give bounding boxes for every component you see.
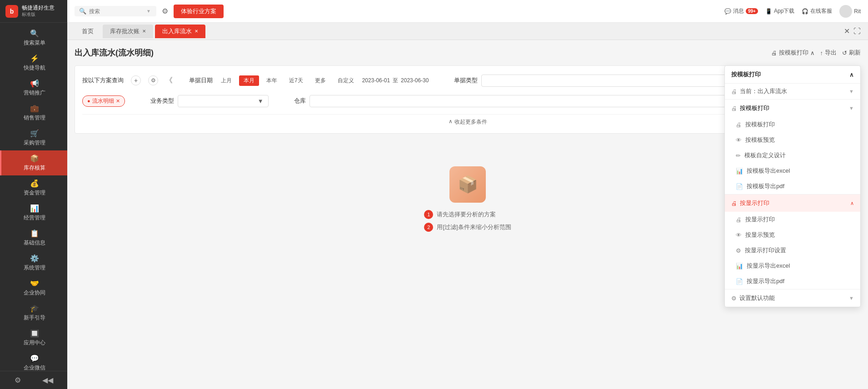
- print-template-button[interactable]: 🖨 按模板打印 ∧: [771, 49, 815, 57]
- print-icon: 🖨: [736, 216, 742, 223]
- template-print-items: 🖨 按模板打印 👁 按模板预览 ✏ 模板自定义设计 📊 按模板导出excel: [725, 117, 860, 194]
- sidebar-item-wechat[interactable]: 💬 企业微信: [0, 350, 67, 371]
- sidebar-item-finance[interactable]: 💰 资金管理: [0, 175, 67, 200]
- chevron-down-icon: ▼: [849, 295, 854, 301]
- topbar-right-actions: 💬 消息 99+ 📱 App下载 🎧 在线客服 Rit: [724, 5, 861, 18]
- app-download-label: App下载: [774, 7, 794, 15]
- topbar: 🔍 ▼ ⚙ 体验行业方案 💬 消息 99+ 📱 App下载 🎧 在线客服 R: [67, 0, 868, 23]
- flow-detail-tab-close[interactable]: ✕: [195, 29, 198, 34]
- sidebar-item-app-center[interactable]: 🔲 应用中心: [0, 325, 67, 350]
- maximize-button[interactable]: ⛶: [853, 27, 861, 35]
- template-export-pdf-item[interactable]: 📄 按模板导出pdf: [725, 179, 860, 194]
- template-export-pdf-label: 按模板导出pdf: [747, 182, 784, 190]
- excel-icon: 📊: [736, 263, 743, 269]
- topbar-gear-icon[interactable]: ⚙: [162, 7, 168, 15]
- print-dropdown-panel: 按模板打印 ∧ 🖨 当前：出入库流水 ▼ 🖨 按模板打印 ▼: [724, 65, 861, 307]
- refresh-label: 刷新: [849, 49, 861, 57]
- date-tag-7days[interactable]: 近7天: [284, 75, 308, 86]
- sidebar-item-purchase[interactable]: 🛒 采购管理: [0, 125, 67, 150]
- template-print-header[interactable]: 🖨 按模板打印 ▼: [725, 100, 860, 117]
- home-tab-label: 首页: [82, 27, 94, 35]
- tab-batch-account[interactable]: 库存批次账 ✕: [103, 25, 153, 38]
- industry-solution-button[interactable]: 体验行业方案: [174, 5, 224, 18]
- display-print-label: 按显示打印: [745, 215, 775, 224]
- refresh-button[interactable]: ↺ 刷新: [842, 49, 861, 57]
- business-type-select[interactable]: ▼: [178, 95, 269, 107]
- sidebar-item-label: 快捷导航: [24, 64, 45, 72]
- template-export-excel-item[interactable]: 📊 按模板导出excel: [725, 163, 860, 179]
- filter-settings-button[interactable]: ⚙: [148, 75, 158, 85]
- tab-flow-detail[interactable]: 出入库流水 ✕: [155, 25, 205, 38]
- finance-icon: 💰: [30, 179, 39, 188]
- add-filter-button[interactable]: +: [131, 75, 141, 85]
- dropdown-footer[interactable]: ⚙ 设置默认功能 ▼: [725, 289, 860, 307]
- sidebar-item-cooperation[interactable]: 🤝 企业协同: [0, 275, 67, 300]
- cooperation-icon: 🤝: [30, 279, 39, 288]
- template-print-item-label: 按模板打印: [745, 120, 775, 129]
- tab-home[interactable]: 首页: [75, 25, 101, 38]
- sidebar-item-sales[interactable]: 💼 销售管理: [0, 100, 67, 125]
- sidebar-item-label: 搜索菜单: [24, 39, 45, 47]
- download-icon: 📱: [765, 8, 772, 15]
- sidebar-item-operations[interactable]: 📊 经营管理: [0, 200, 67, 225]
- chevron-down-icon: ▼: [258, 98, 264, 105]
- close-all-tabs-button[interactable]: ✕: [844, 27, 850, 35]
- date-tag-last-month[interactable]: 上月: [216, 75, 236, 86]
- inventory-icon: 📦: [30, 154, 39, 163]
- app-download-button[interactable]: 📱 App下载: [765, 7, 794, 15]
- sidebar-item-label: 企业微信: [24, 364, 45, 371]
- system-icon: ⚙️: [30, 254, 39, 263]
- sidebar-item-search[interactable]: 🔍 搜索菜单: [0, 25, 67, 50]
- display-export-pdf-item[interactable]: 📄 按显示导出pdf: [725, 274, 860, 289]
- printer-icon: 🖨: [731, 105, 737, 112]
- sidebar-item-system[interactable]: ⚙️ 系统管理: [0, 250, 67, 275]
- sidebar-item-label: 新手引导: [24, 314, 45, 322]
- sidebar-item-inventory[interactable]: 📦 库存核算: [0, 150, 67, 175]
- dropdown-header: 按模板打印 ∧: [725, 66, 860, 84]
- filter-collapse-icon[interactable]: 《: [165, 76, 173, 85]
- display-print-settings-item[interactable]: ⚙ 按显示打印设置: [725, 243, 860, 258]
- message-button[interactable]: 💬 消息 99+: [724, 7, 758, 15]
- template-print-label: 按模板打印: [740, 104, 769, 112]
- template-custom-item[interactable]: ✏ 模板自定义设计: [725, 148, 860, 163]
- search-input[interactable]: [89, 8, 144, 15]
- sidebar-item-marketing[interactable]: 📢 营销推广: [0, 75, 67, 100]
- topbar-search-box[interactable]: 🔍 ▼: [75, 6, 156, 16]
- sidebar-footer: ⚙ ◀◀: [0, 371, 67, 389]
- date-range: 2023-06-01 至 2023-06-30: [362, 77, 429, 85]
- template-print-item[interactable]: 🖨 按模板打印: [725, 117, 860, 132]
- print-template-label: 按模板打印: [779, 49, 808, 57]
- page-title: 出入库流水(流水明细): [75, 47, 154, 58]
- date-tag-this-month[interactable]: 本月: [239, 75, 259, 86]
- date-tag-this-year[interactable]: 本年: [262, 75, 282, 86]
- filter-tag-close[interactable]: ✕: [116, 98, 120, 104]
- display-preview-item[interactable]: 👁 按显示预览: [725, 227, 860, 243]
- user-profile-button[interactable]: Rit: [839, 5, 861, 18]
- display-print-header[interactable]: 🖨 按显示打印 ∧: [725, 194, 860, 212]
- sidebar-settings-button[interactable]: ⚙: [15, 376, 21, 384]
- export-button[interactable]: ↑ 导出: [820, 49, 837, 57]
- sidebar-item-basic-info[interactable]: 📋 基础信息: [0, 225, 67, 250]
- template-preview-item[interactable]: 👁 按模板预览: [725, 132, 860, 148]
- marketing-icon: 📢: [30, 79, 39, 88]
- sidebar-collapse-button[interactable]: ◀◀: [42, 376, 53, 384]
- batch-account-tab-close[interactable]: ✕: [142, 29, 146, 34]
- business-type-label: 业务类型: [150, 97, 174, 105]
- empty-step-2: 2 用[过滤]条件来缩小分析范围: [424, 223, 511, 232]
- online-service-button[interactable]: 🎧 在线客服: [802, 7, 832, 15]
- active-filter-tag[interactable]: ● 流水明细 ✕: [82, 95, 125, 107]
- empty-step-1-text: 请先选择要分析的方案: [437, 210, 496, 219]
- date-label: 单据日期: [189, 76, 213, 85]
- display-print-item[interactable]: 🖨 按显示打印: [725, 212, 860, 227]
- dropdown-footer-label: 设置默认功能: [739, 294, 775, 302]
- date-tag-more[interactable]: 更多: [310, 75, 330, 86]
- printer-icon: 🖨: [771, 50, 777, 56]
- display-export-excel-item[interactable]: 📊 按显示导出excel: [725, 258, 860, 274]
- app-logo-icon: b: [5, 5, 18, 18]
- date-tag-custom[interactable]: 自定义: [333, 75, 359, 86]
- sidebar-item-quick-nav[interactable]: ⚡ 快捷导航: [0, 50, 67, 75]
- empty-illustration: 📦: [449, 166, 486, 203]
- sidebar-item-label: 资金管理: [24, 189, 45, 197]
- sidebar-item-guide[interactable]: 🎓 新手引导: [0, 300, 67, 325]
- display-export-excel-label: 按显示导出excel: [747, 262, 790, 270]
